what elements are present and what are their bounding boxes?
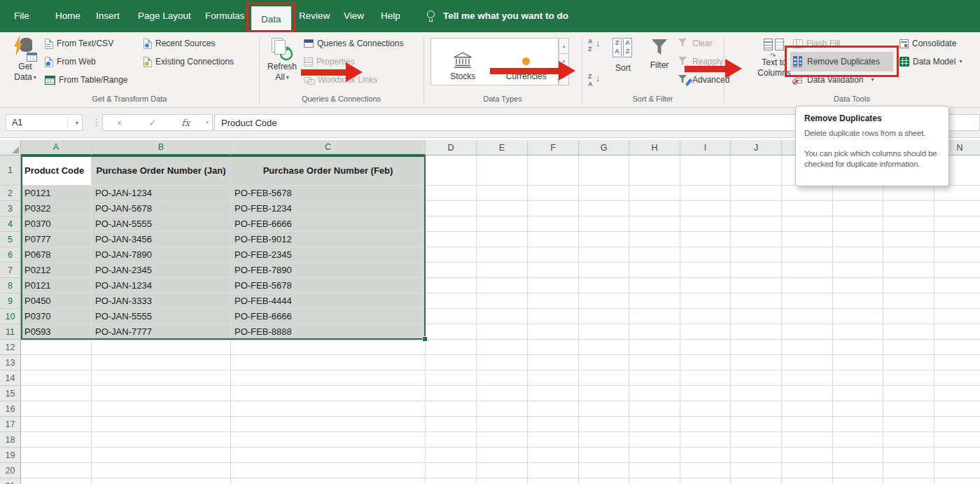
tab-formulas[interactable]: Formulas — [205, 0, 244, 32]
cell-H9[interactable] — [629, 293, 680, 309]
get-data-button[interactable]: Get Data▾ — [7, 36, 43, 83]
cell-G8[interactable] — [579, 278, 629, 293]
workbook-links-button[interactable]: Workbook Links — [304, 72, 377, 88]
cell-D20[interactable] — [426, 463, 477, 478]
insert-function-button[interactable]: fx — [169, 118, 202, 128]
cell-A18[interactable] — [21, 432, 92, 448]
cell-I18[interactable] — [680, 432, 731, 448]
tab-home[interactable]: Home — [55, 0, 80, 32]
cell-M10[interactable] — [883, 309, 934, 324]
cell-N12[interactable] — [934, 340, 980, 355]
cell-G18[interactable] — [579, 432, 629, 448]
cell-F11[interactable] — [528, 324, 579, 340]
cell-G3[interactable] — [579, 201, 629, 216]
cell-I12[interactable] — [680, 340, 731, 355]
cell-M18[interactable] — [883, 432, 934, 448]
cell-C14[interactable] — [231, 371, 426, 386]
cell-I2[interactable] — [680, 186, 731, 201]
tab-view[interactable]: View — [344, 0, 364, 32]
cell-D6[interactable] — [426, 247, 477, 263]
tell-me-box[interactable]: Tell me what you want to do — [443, 0, 568, 32]
cell-D18[interactable] — [426, 432, 477, 448]
cell-H13[interactable] — [629, 355, 680, 371]
cell-E14[interactable] — [477, 371, 528, 386]
cell-B21[interactable] — [92, 478, 231, 484]
cell-A21[interactable] — [21, 478, 92, 484]
cell-F3[interactable] — [528, 201, 579, 216]
cell-E6[interactable] — [477, 247, 528, 263]
name-box[interactable]: A1 ▾ — [6, 114, 83, 131]
cell-J11[interactable] — [731, 324, 782, 340]
column-header-J[interactable]: J — [731, 140, 782, 155]
cell-J8[interactable] — [731, 278, 782, 293]
cell-G11[interactable] — [579, 324, 629, 340]
cell-A11[interactable]: P0593 — [21, 324, 92, 340]
cell-G9[interactable] — [579, 293, 629, 309]
cell-N2[interactable] — [934, 186, 980, 201]
cell-J16[interactable] — [731, 401, 782, 417]
cell-L3[interactable] — [833, 201, 883, 216]
cell-D5[interactable] — [426, 232, 477, 247]
cell-G16[interactable] — [579, 401, 629, 417]
cell-N17[interactable] — [934, 417, 980, 432]
cell-C17[interactable] — [231, 417, 426, 432]
cell-L6[interactable] — [833, 247, 883, 263]
cell-N14[interactable] — [934, 371, 980, 386]
cell-L12[interactable] — [833, 340, 883, 355]
cell-D19[interactable] — [426, 448, 477, 463]
fill-handle[interactable] — [422, 336, 428, 342]
row-header-15[interactable]: 15 — [0, 386, 21, 401]
cell-H11[interactable] — [629, 324, 680, 340]
cell-J9[interactable] — [731, 293, 782, 309]
cell-I15[interactable] — [680, 386, 731, 401]
cell-K3[interactable] — [782, 201, 833, 216]
cell-H6[interactable] — [629, 247, 680, 263]
cell-C9[interactable]: PO-FEB-4444 — [231, 293, 426, 309]
cell-F19[interactable] — [528, 448, 579, 463]
cell-K9[interactable] — [782, 293, 833, 309]
cell-L11[interactable] — [833, 324, 883, 340]
cell-J17[interactable] — [731, 417, 782, 432]
cell-K18[interactable] — [782, 432, 833, 448]
cell-B14[interactable] — [92, 371, 231, 386]
from-table-range-button[interactable]: From Table/Range — [45, 72, 128, 88]
cell-A9[interactable]: P0450 — [21, 293, 92, 309]
cell-J2[interactable] — [731, 186, 782, 201]
cell-C19[interactable] — [231, 448, 426, 463]
cell-L5[interactable] — [833, 232, 883, 247]
cell-I14[interactable] — [680, 371, 731, 386]
cell-L21[interactable] — [833, 478, 883, 484]
gallery-more-button[interactable]: ▾ — [559, 70, 569, 85]
row-header-19[interactable]: 19 — [0, 448, 21, 463]
cell-B12[interactable] — [92, 340, 231, 355]
sort-descending-button[interactable]: ZA↓ — [587, 73, 603, 88]
cell-H17[interactable] — [629, 417, 680, 432]
cell-L18[interactable] — [833, 432, 883, 448]
cell-C15[interactable] — [231, 386, 426, 401]
cell-I6[interactable] — [680, 247, 731, 263]
cell-A14[interactable] — [21, 371, 92, 386]
cell-D10[interactable] — [426, 309, 477, 324]
cell-E15[interactable] — [477, 386, 528, 401]
cell-E11[interactable] — [477, 324, 528, 340]
queries-connections-button[interactable]: Queries & Connections — [304, 36, 403, 51]
name-box-dropdown-icon[interactable]: ▾ — [76, 120, 78, 126]
cell-C2[interactable]: PO-FEB-5678 — [231, 186, 426, 201]
cell-J3[interactable] — [731, 201, 782, 216]
cell-F16[interactable] — [528, 401, 579, 417]
cell-C3[interactable]: PO-FEB-1234 — [231, 201, 426, 216]
cell-F20[interactable] — [528, 463, 579, 478]
cell-J5[interactable] — [731, 232, 782, 247]
cell-D4[interactable] — [426, 216, 477, 232]
column-header-I[interactable]: I — [680, 140, 731, 155]
cell-J4[interactable] — [731, 216, 782, 232]
cell-L7[interactable] — [833, 263, 883, 278]
cell-G6[interactable] — [579, 247, 629, 263]
cell-H20[interactable] — [629, 463, 680, 478]
existing-connections-button[interactable]: Existing Connections — [144, 54, 234, 69]
cell-A8[interactable]: P0121 — [21, 278, 92, 293]
cell-K16[interactable] — [782, 401, 833, 417]
row-header-3[interactable]: 3 — [0, 201, 21, 216]
cell-N20[interactable] — [934, 463, 980, 478]
cell-E9[interactable] — [477, 293, 528, 309]
